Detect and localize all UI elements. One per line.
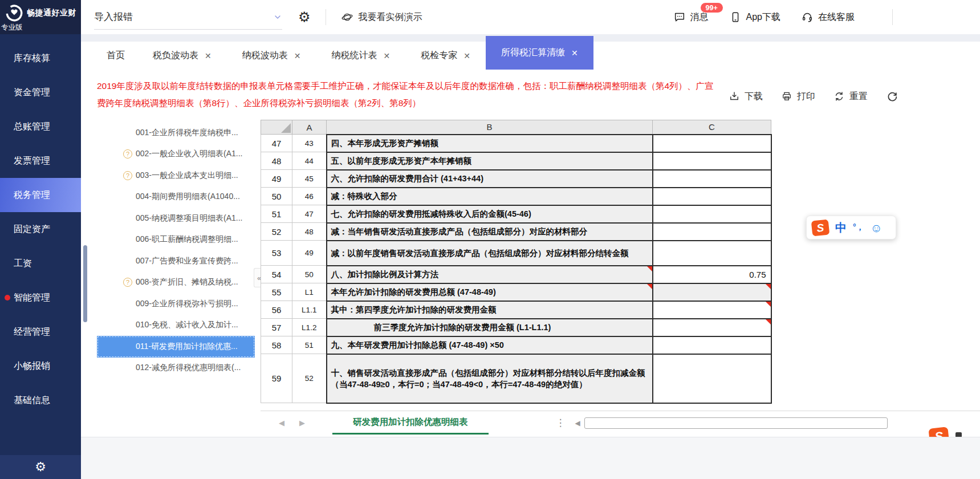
sidebar-item-2[interactable]: 资金管理 xyxy=(0,75,81,109)
scroll-left-icon[interactable]: ◀ xyxy=(575,419,580,427)
close-icon[interactable]: ✕ xyxy=(463,51,470,60)
cell-a[interactable]: 45 xyxy=(292,170,327,188)
sidebar-item-8[interactable]: 智能管理 xyxy=(0,281,81,315)
cell-c[interactable] xyxy=(653,301,771,319)
cell-b[interactable]: 十、销售研发活动直接形成产品（包括组成部分）对应材料部分结转以后年度扣减金额（当… xyxy=(327,354,653,403)
form-list-item[interactable]: ?003-一般企业成本支出明细... xyxy=(97,165,255,186)
help-icon[interactable]: ? xyxy=(123,171,132,180)
messages-button[interactable]: 消息 99+ xyxy=(673,11,709,23)
demo-link[interactable]: 我要看实例演示 xyxy=(341,11,422,23)
help-icon[interactable]: ? xyxy=(123,278,132,287)
prev-sheet-icon[interactable]: ◀ xyxy=(279,419,284,427)
cell-c[interactable] xyxy=(653,152,771,170)
close-icon[interactable]: ✕ xyxy=(205,51,212,60)
cell-a[interactable]: 47 xyxy=(292,205,327,223)
close-icon[interactable]: ✕ xyxy=(571,48,578,58)
cell-b[interactable]: 五、以前年度形成无形资产本年摊销额 xyxy=(327,152,653,170)
row-number[interactable]: 49 xyxy=(261,170,292,188)
sidebar-item-6[interactable]: 固定资产 xyxy=(0,212,81,246)
form-list-item[interactable]: ?006-职工薪酬纳税调整明细... xyxy=(97,229,255,251)
app-download-button[interactable]: App下载 xyxy=(729,11,780,23)
sheet-tab[interactable]: 研发费用加计扣除优惠明细表 xyxy=(332,411,489,435)
reset-button[interactable]: 重置 xyxy=(833,91,868,103)
cell-b[interactable]: 九、本年研发费用加计扣除总额 (47-48-49) ×50 xyxy=(327,336,653,354)
row-number[interactable]: 47 xyxy=(261,135,292,152)
row-number[interactable]: 57 xyxy=(261,319,292,336)
cell-c[interactable] xyxy=(653,170,771,188)
form-list-item[interactable]: ?005-纳税调整项目明细表(A1... xyxy=(97,208,255,229)
row-number[interactable]: 48 xyxy=(261,152,292,170)
form-list-item[interactable]: ?001-企业所得税年度纳税申... xyxy=(97,122,255,144)
sidebar-item-4[interactable]: 发票管理 xyxy=(0,144,81,178)
download-button[interactable]: 下载 xyxy=(729,91,763,103)
cell-b[interactable]: 减：以前年度销售研发活动直接形成产品（包括组成部分）对应材料部分结转金额 xyxy=(327,241,653,266)
cell-c[interactable] xyxy=(653,205,771,223)
ime-punctuation-toggle[interactable]: °， xyxy=(853,222,864,233)
form-list-item[interactable]: ?010-免税、减计收入及加计... xyxy=(97,315,255,336)
sidebar-item-11[interactable]: 基础信息 xyxy=(0,383,81,417)
sidebar-item-5[interactable]: 税务管理 xyxy=(0,178,81,212)
row-number[interactable]: 50 xyxy=(261,188,292,205)
refresh-button[interactable] xyxy=(886,90,898,103)
form-list-item[interactable]: ?002-一般企业收入明细表(A1... xyxy=(97,144,255,165)
cell-b[interactable]: 四、本年形成无形资产摊销额 xyxy=(327,135,653,152)
cell-c[interactable] xyxy=(653,354,771,403)
cell-c[interactable] xyxy=(653,283,771,301)
tab[interactable]: 税检专家 ✕ xyxy=(405,42,486,70)
cell-a[interactable]: 50 xyxy=(292,266,327,283)
cell-c[interactable] xyxy=(653,336,771,354)
cell-b[interactable]: 七、允许扣除的研发费用抵减特殊收入后的金额(45-46) xyxy=(327,205,653,223)
column-header-c[interactable]: C xyxy=(653,120,771,135)
form-list-item[interactable]: ?009-企业所得税弥补亏损明... xyxy=(97,293,255,315)
tab[interactable]: 所得税汇算清缴 ✕ xyxy=(486,36,593,70)
cell-c[interactable] xyxy=(653,135,771,152)
sidebar-item-10[interactable]: 小畅报销 xyxy=(0,349,81,383)
form-list-item[interactable]: ?008-资产折旧、摊销及纳税... xyxy=(97,272,255,294)
ime-mode-toggle[interactable]: 中 xyxy=(835,220,847,236)
row-number[interactable]: 52 xyxy=(261,223,292,241)
cell-a[interactable]: 52 xyxy=(292,354,327,403)
column-header-b[interactable]: B xyxy=(327,120,653,135)
tab[interactable]: 纳税波动表 ✕ xyxy=(227,42,316,70)
cell-c[interactable] xyxy=(653,188,771,205)
cell-a[interactable]: 44 xyxy=(292,152,327,170)
row-number[interactable]: 56 xyxy=(261,301,292,319)
row-number[interactable]: 54 xyxy=(261,266,292,283)
sidebar-item-1[interactable]: 库存核算 xyxy=(0,41,81,75)
row-number[interactable]: 55 xyxy=(261,283,292,301)
list-scrollbar-thumb[interactable] xyxy=(83,245,87,322)
row-number[interactable]: 51 xyxy=(261,205,292,223)
more-dots-icon[interactable]: ⋮ xyxy=(556,417,566,429)
tab[interactable]: 纳税统计表 ✕ xyxy=(316,42,405,70)
next-sheet-icon[interactable]: ▶ xyxy=(299,419,305,427)
cell-b[interactable]: 六、允许扣除的研发费用合计 (41+43+44) xyxy=(327,170,653,188)
online-service-button[interactable]: 在线客服 xyxy=(801,11,855,23)
column-header-a[interactable]: A xyxy=(292,120,327,135)
print-button[interactable]: 打印 xyxy=(781,91,815,103)
cell-a[interactable]: 43 xyxy=(292,135,327,152)
tab[interactable]: 首页 xyxy=(94,42,137,70)
sidebar-item-7[interactable]: 工资 xyxy=(0,246,81,281)
form-list-item[interactable]: ?011-研发费用加计扣除优惠... xyxy=(97,336,255,358)
row-number[interactable]: 58 xyxy=(261,336,292,354)
cell-c[interactable]: 0.75 xyxy=(653,266,771,283)
cell-a[interactable]: L1 xyxy=(292,283,327,301)
import-error-select[interactable]: 导入报错 xyxy=(94,5,282,30)
sidebar-item-9[interactable]: 经营管理 xyxy=(0,315,81,349)
cell-a[interactable]: 46 xyxy=(292,188,327,205)
close-icon[interactable]: ✕ xyxy=(383,51,390,60)
cell-b[interactable]: 其中：第四季度允许加计扣除的研发费用金额 xyxy=(327,301,653,319)
cell-c[interactable] xyxy=(653,319,771,336)
select-all-corner[interactable] xyxy=(261,120,292,135)
tab[interactable]: 税负波动表 ✕ xyxy=(137,42,227,70)
row-number[interactable]: 59 xyxy=(261,354,292,403)
ime-emoji-icon[interactable]: ☺ xyxy=(871,222,883,234)
cell-b[interactable]: 前三季度允许加计扣除的研发费用金额 (L1-L1.1) xyxy=(327,319,653,336)
cell-c[interactable] xyxy=(653,223,771,241)
row-number[interactable]: 53 xyxy=(261,241,292,266)
form-list-item[interactable]: ?012-减免所得税优惠明细表(... xyxy=(97,358,255,379)
cell-a[interactable]: L1.2 xyxy=(292,319,327,336)
cell-b[interactable]: 减：特殊收入部分 xyxy=(327,188,653,205)
sidebar-item-3[interactable]: 总账管理 xyxy=(0,109,81,144)
sidebar-settings-button[interactable]: ⚙ xyxy=(0,455,81,479)
